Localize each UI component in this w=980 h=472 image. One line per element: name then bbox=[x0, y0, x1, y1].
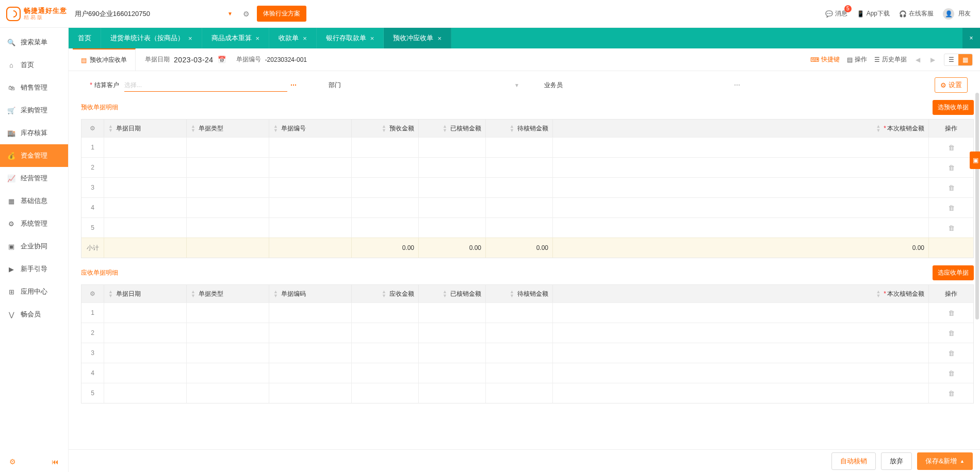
user-menu[interactable]: 👤 用友 bbox=[943, 8, 971, 20]
tab[interactable]: 预收冲应收单× bbox=[384, 28, 451, 48]
avatar-icon: 👤 bbox=[943, 8, 954, 20]
tab[interactable]: 收款单× bbox=[269, 28, 317, 48]
customer-input[interactable] bbox=[124, 78, 287, 92]
trash-icon[interactable]: 🗑 bbox=[948, 390, 955, 397]
close-all-tabs[interactable]: × bbox=[962, 28, 980, 48]
settings-button[interactable]: ⚙ 设置 bbox=[935, 77, 968, 93]
table-row[interactable]: 1🗑 bbox=[81, 137, 973, 157]
trash-icon[interactable]: 🗑 bbox=[948, 224, 955, 232]
doc-code-label: 单据编号 bbox=[236, 55, 261, 64]
tab[interactable]: 进货单统计表（按商品）× bbox=[101, 28, 202, 48]
topbar: 畅捷通好生意 精易版 用户690企业1660120750 ▼ ⚙ 体验行业方案 … bbox=[0, 0, 980, 28]
sidebar-item-inventory[interactable]: 🏬库存核算 bbox=[0, 122, 68, 144]
doc-header: ▤ 预收冲应收单 单据日期 2023-03-24 📅 单据编号 -2023032… bbox=[69, 48, 980, 71]
table-row[interactable]: 5🗑 bbox=[81, 383, 973, 403]
trash-icon[interactable]: 🗑 bbox=[948, 184, 955, 192]
close-icon[interactable]: × bbox=[303, 35, 307, 42]
close-icon[interactable]: × bbox=[188, 35, 192, 42]
tab[interactable]: 商品成本重算× bbox=[202, 28, 270, 48]
trash-icon[interactable]: 🗑 bbox=[948, 349, 955, 357]
select-prepay-button[interactable]: 选预收单据 bbox=[933, 100, 974, 115]
side-panel-toggle[interactable]: ▣ bbox=[970, 151, 980, 169]
receivable-section: 应收单据明细 选应收单据 ⚙ ▲▼单据日期 ▲▼单据类型 ▲▼单据编码 ▲▼应收… bbox=[69, 258, 980, 403]
sidebar-item-funds[interactable]: 💰资金管理 bbox=[0, 144, 68, 167]
sidebar-item-label: 应用中心 bbox=[21, 287, 47, 296]
table-row[interactable]: 4🗑 bbox=[81, 363, 973, 383]
gear-icon[interactable]: ⚙ bbox=[81, 285, 104, 302]
view-list-icon[interactable]: ☰ bbox=[944, 54, 958, 65]
shortcut-action[interactable]: ⌨ 快捷键 bbox=[810, 55, 840, 64]
appcenter-icon: ⊞ bbox=[7, 288, 15, 296]
history-action[interactable]: ☰ 历史单据 bbox=[874, 55, 907, 64]
tabs: 首页进货单统计表（按商品）×商品成本重算×收款单×银行存取款单×预收冲应收单×× bbox=[69, 28, 980, 48]
prepay-section: 预收单据明细 选预收单据 ⚙ ▲▼单据日期 ▲▼单据类型 ▲▼单据编号 ▲▼预收… bbox=[69, 93, 980, 258]
operate-action[interactable]: ▤ 操作 bbox=[847, 55, 867, 64]
calendar-icon[interactable]: 📅 bbox=[218, 56, 226, 63]
trash-icon[interactable]: 🗑 bbox=[948, 204, 955, 212]
auto-verify-button[interactable]: 自动核销 bbox=[831, 452, 876, 470]
table-row[interactable]: 3🗑 bbox=[81, 177, 973, 197]
customer-more-icon[interactable]: ⋯ bbox=[290, 81, 298, 89]
sidebar-item-appcenter[interactable]: ⊞应用中心 bbox=[0, 280, 68, 303]
sidebar-collapse-icon[interactable]: ⏮ bbox=[52, 458, 59, 466]
select-receivable-button[interactable]: 选应收单据 bbox=[933, 265, 974, 280]
doc-icon: ☰ bbox=[874, 56, 880, 63]
messages-link[interactable]: 💬 消息 5 bbox=[825, 9, 847, 18]
doc-date-value[interactable]: 2023-03-24 bbox=[174, 56, 214, 64]
trash-icon[interactable]: 🗑 bbox=[948, 309, 955, 317]
table-row[interactable]: 2🗑 bbox=[81, 323, 973, 343]
sidebar-item-label: 搜索菜单 bbox=[21, 38, 47, 47]
company-select[interactable]: 用户690企业1660120750 ▼ ⚙ bbox=[75, 6, 257, 22]
next-doc-icon[interactable]: ▶ bbox=[929, 56, 937, 63]
discard-button[interactable]: 放弃 bbox=[881, 452, 912, 470]
close-icon[interactable]: × bbox=[370, 35, 374, 42]
prev-doc-icon[interactable]: ◀ bbox=[914, 56, 922, 63]
close-icon[interactable]: × bbox=[256, 35, 260, 42]
trash-icon[interactable]: 🗑 bbox=[948, 164, 955, 172]
salesman-field[interactable]: 业务员 ⋯ bbox=[525, 78, 741, 92]
gear-icon[interactable]: ⚙ bbox=[81, 120, 104, 137]
vertical-scrollbar[interactable] bbox=[975, 93, 979, 448]
salesman-more-icon[interactable]: ⋯ bbox=[734, 81, 741, 89]
trash-icon[interactable]: 🗑 bbox=[948, 369, 955, 377]
sidebar-item-purchase[interactable]: 🛒采购管理 bbox=[0, 99, 68, 122]
sidebar-item-label: 资金管理 bbox=[21, 151, 47, 160]
sidebar-settings-icon[interactable]: ⚙ bbox=[9, 458, 16, 466]
member-icon: ⋁ bbox=[7, 311, 15, 318]
tab[interactable]: 银行存取款单× bbox=[317, 28, 384, 48]
salesman-input[interactable] bbox=[568, 78, 731, 92]
sidebar-item-member[interactable]: ⋁畅会员 bbox=[0, 303, 68, 326]
table-row[interactable]: 1🗑 bbox=[81, 302, 973, 323]
trash-icon[interactable]: 🗑 bbox=[948, 144, 955, 151]
experience-button[interactable]: 体验行业方案 bbox=[257, 6, 306, 22]
sidebar-item-sales[interactable]: 🛍销售管理 bbox=[0, 76, 68, 99]
sidebar-item-label: 新手引导 bbox=[21, 264, 47, 274]
table-row[interactable]: 5🗑 bbox=[81, 217, 973, 238]
sidebar-item-business[interactable]: 📈经营管理 bbox=[0, 167, 68, 190]
online-service-link[interactable]: 🎧 在线客服 bbox=[899, 9, 934, 18]
dept-field[interactable]: 部门 ▼ bbox=[303, 78, 519, 92]
sidebar-item-guide[interactable]: ▶新手引导 bbox=[0, 258, 68, 280]
customer-field[interactable]: *结算客户 ⋯ bbox=[81, 78, 298, 92]
view-detail-icon[interactable]: ▦ bbox=[958, 54, 972, 65]
table-row[interactable]: 2🗑 bbox=[81, 157, 973, 177]
trash-icon[interactable]: 🗑 bbox=[948, 329, 955, 337]
table-row[interactable]: 3🗑 bbox=[81, 343, 973, 363]
chevron-down-icon: ▼ bbox=[514, 82, 519, 88]
table-row[interactable]: 4🗑 bbox=[81, 197, 973, 217]
close-icon[interactable]: × bbox=[437, 35, 442, 42]
sidebar-item-system[interactable]: ⚙系统管理 bbox=[0, 212, 68, 235]
sidebar-item-home[interactable]: ⌂首页 bbox=[0, 54, 68, 76]
app-download-link[interactable]: 📱 App下载 bbox=[857, 9, 890, 18]
save-button[interactable]: 保存&新增 ▲ bbox=[917, 452, 973, 470]
headset-icon: 🎧 bbox=[899, 10, 907, 18]
sidebar-item-basic[interactable]: ▦基础信息 bbox=[0, 190, 68, 212]
gear-icon[interactable]: ⚙ bbox=[243, 10, 250, 18]
tab[interactable]: 首页 bbox=[69, 28, 101, 48]
brand-logo-icon bbox=[6, 7, 21, 21]
sidebar-item-coop[interactable]: ▣企业协同 bbox=[0, 235, 68, 258]
dept-input[interactable] bbox=[346, 78, 521, 92]
business-icon: 📈 bbox=[7, 175, 15, 182]
sidebar-item-search[interactable]: 🔍搜索菜单 bbox=[0, 31, 68, 54]
chat-icon: 💬 bbox=[825, 10, 833, 18]
